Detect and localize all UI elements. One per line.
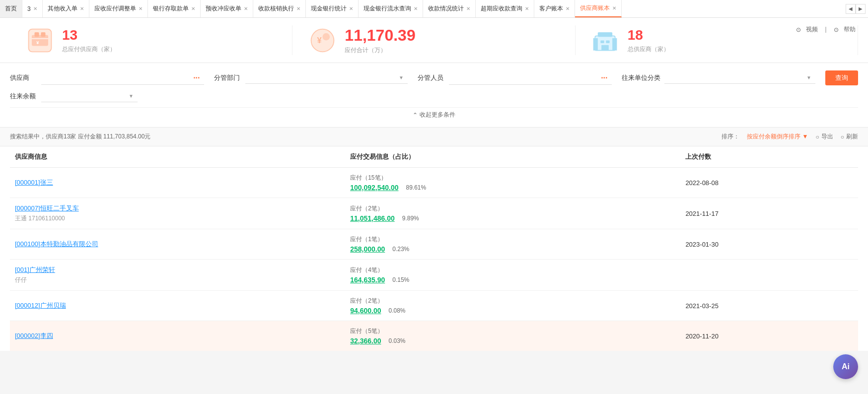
stat-payable-suppliers: ¥ 13 总应付供应商（家） bbox=[10, 25, 292, 55]
nav-item-3[interactable]: 3 ✕ bbox=[22, 0, 43, 17]
close-icon[interactable]: ✕ bbox=[244, 6, 248, 11]
nav-item-home[interactable]: 首页 bbox=[0, 0, 22, 17]
nav-label-collection-verify: 收款核销执行 bbox=[258, 4, 294, 13]
supplier-label: 供应商 bbox=[10, 73, 37, 82]
close-icon[interactable]: ✕ bbox=[612, 5, 616, 11]
stats-header: ¥ 13 总应付供应商（家） ¥ 11,170.39 应付合计（万） bbox=[0, 18, 868, 63]
sort-label: 排序： bbox=[722, 132, 739, 141]
transaction-cell-5: 应付（5笔） 32,366.00 0.03% bbox=[350, 327, 685, 345]
filter-category: 往来单位分类 ▼ bbox=[622, 72, 816, 84]
table-row: [000001]张三 应付（15笔） 100,092,540.00 89.61%… bbox=[10, 168, 858, 198]
close-icon[interactable]: ✕ bbox=[80, 6, 84, 11]
trans-amount-1[interactable]: 11,051,486.00 bbox=[350, 214, 395, 222]
nav-item-customer-ledger[interactable]: 客户账本 ✕ bbox=[534, 0, 575, 17]
trans-amount-4[interactable]: 94,600.00 bbox=[350, 307, 381, 315]
trans-amount-5[interactable]: 32,366.00 bbox=[350, 337, 381, 345]
nav-item-cash-flow-query[interactable]: 现金银行流水查询 ✕ bbox=[359, 0, 423, 17]
query-button[interactable]: 查询 bbox=[825, 70, 858, 85]
supplier-input[interactable] bbox=[45, 74, 193, 81]
results-bar: 搜索结果中，供应商13家 应付金额 111,703,854.00元 排序： 按应… bbox=[0, 128, 868, 146]
col-header-last-payment: 上次付数 bbox=[685, 152, 853, 161]
dept-select-wrapper[interactable]: ▼ bbox=[245, 72, 408, 84]
export-button[interactable]: ○ 导出 bbox=[816, 132, 833, 141]
svg-rect-11 bbox=[612, 38, 617, 50]
balance-select-wrapper[interactable]: ▼ bbox=[41, 90, 138, 102]
close-icon[interactable]: ✕ bbox=[525, 6, 529, 11]
svg-rect-12 bbox=[600, 40, 604, 43]
trans-amount-0[interactable]: 100,092,540.00 bbox=[350, 184, 398, 192]
category-select-wrapper[interactable]: ▼ bbox=[664, 72, 816, 84]
supplier-dots[interactable]: ··· bbox=[193, 73, 200, 82]
nav-item-prepay-offset[interactable]: 预收冲应收单 ✕ bbox=[201, 0, 253, 17]
main-content: ¥ 13 总应付供应商（家） ¥ 11,170.39 应付合计（万） bbox=[0, 18, 868, 394]
last-payment-0: 2022-08-08 bbox=[685, 179, 719, 187]
payable-total-icon: ¥ bbox=[307, 25, 337, 55]
nav-label-prepay-offset: 预收冲应收单 bbox=[206, 4, 241, 13]
supplier-name-3[interactable]: [001]广州荣轩 bbox=[15, 265, 350, 274]
close-icon[interactable]: ✕ bbox=[414, 6, 418, 11]
table-row: [000012]广州贝瑞 应付（2笔） 94,600.00 0.08% 2021… bbox=[10, 291, 858, 321]
collapse-btn[interactable]: ⌃ 收起更多条件 bbox=[10, 107, 858, 122]
last-payment-5: 2020-11-20 bbox=[685, 332, 719, 340]
nav-item-bank-deposit[interactable]: 银行存取款单 ✕ bbox=[148, 0, 201, 17]
export-label: 导出 bbox=[821, 132, 833, 141]
nav-item-collection-stats[interactable]: 收款情况统计 ✕ bbox=[423, 0, 476, 17]
person-dots[interactable]: ··· bbox=[601, 73, 607, 82]
trans-label-0: 应付（15笔） bbox=[350, 174, 685, 182]
ai-label: Ai bbox=[842, 362, 850, 371]
supplier-cell-2: [000100]本特勤油品有限公司 bbox=[15, 240, 350, 249]
last-payment-2: 2023-01-30 bbox=[685, 241, 719, 248]
trans-label-2: 应付（1笔） bbox=[350, 235, 685, 244]
close-icon[interactable]: ✕ bbox=[566, 6, 570, 11]
last-payment-cell-2: 2023-01-30 bbox=[685, 241, 853, 248]
balance-input[interactable] bbox=[45, 92, 129, 100]
supplier-name-2[interactable]: [000100]本特勤油品有限公司 bbox=[15, 240, 350, 249]
nav-item-collection-verify[interactable]: 收款核销执行 ✕ bbox=[253, 0, 306, 17]
supplier-input-wrapper: ··· bbox=[41, 71, 204, 85]
supplier-sub-1: 王通 17106110000 bbox=[15, 214, 350, 223]
nav-item-cash-bank-stats[interactable]: 现金银行统计 ✕ bbox=[306, 0, 359, 17]
filter-row-2: 往来余额 ▼ bbox=[10, 90, 858, 102]
close-icon[interactable]: ✕ bbox=[296, 6, 300, 11]
supplier-name-0[interactable]: [000001]张三 bbox=[15, 178, 350, 187]
nav-next-btn[interactable]: ▶ bbox=[856, 4, 866, 14]
close-icon[interactable]: ✕ bbox=[191, 6, 195, 11]
supplier-name-1[interactable]: [000007]恒旺二手叉车 bbox=[15, 204, 350, 213]
trans-row-3: 164,635.90 0.15% bbox=[350, 276, 685, 284]
trans-amount-2[interactable]: 258,000.00 bbox=[350, 245, 385, 253]
category-dropdown-arrow: ▼ bbox=[806, 75, 811, 80]
sort-value-text: 按应付余额倒序排序 bbox=[747, 133, 800, 140]
nav-item-ar-ap-adjust[interactable]: 应收应付调整单 ✕ bbox=[89, 0, 148, 17]
sort-value[interactable]: 按应付余额倒序排序 ▼ bbox=[747, 132, 808, 141]
ai-button[interactable]: Ai bbox=[833, 354, 858, 379]
help-link[interactable]: 帮助 bbox=[844, 25, 856, 34]
nav-prev-btn[interactable]: ◀ bbox=[846, 4, 856, 14]
dept-input[interactable] bbox=[249, 74, 399, 81]
supplier-cell-3: [001]广州荣轩 仔仔 bbox=[15, 265, 350, 284]
refresh-button[interactable]: ○ 刷新 bbox=[841, 132, 858, 141]
category-input[interactable] bbox=[668, 74, 807, 81]
total-suppliers-icon bbox=[590, 25, 620, 55]
last-payment-cell-0: 2022-08-08 bbox=[685, 179, 853, 187]
nav-item-other-income[interactable]: 其他收入单 ✕ bbox=[43, 0, 89, 17]
trans-percent-1: 9.89% bbox=[402, 215, 419, 222]
close-icon[interactable]: ✕ bbox=[349, 6, 353, 11]
svg-rect-13 bbox=[606, 40, 609, 43]
close-icon[interactable]: ✕ bbox=[33, 6, 37, 11]
trans-percent-0: 89.61% bbox=[406, 184, 427, 191]
results-summary: 搜索结果中，供应商13家 应付金额 111,703,854.00元 bbox=[10, 132, 150, 141]
supplier-name-4[interactable]: [000012]广州贝瑞 bbox=[15, 301, 350, 310]
close-icon[interactable]: ✕ bbox=[466, 6, 470, 11]
nav-item-overdue-query[interactable]: 超期应收款查询 ✕ bbox=[476, 0, 534, 17]
close-icon[interactable]: ✕ bbox=[139, 6, 143, 11]
collapse-up-icon: ⌃ bbox=[413, 112, 418, 119]
nav-label-bank-deposit: 银行存取款单 bbox=[153, 4, 189, 13]
trans-percent-4: 0.08% bbox=[388, 307, 405, 314]
stat-payable-label: 总应付供应商（家） bbox=[62, 45, 116, 54]
trans-amount-3[interactable]: 164,635.90 bbox=[350, 276, 385, 284]
nav-item-supplier-ledger[interactable]: 供应商账本 ✕ bbox=[575, 0, 622, 17]
person-input[interactable] bbox=[453, 74, 601, 81]
supplier-name-5[interactable]: [000002]李四 bbox=[15, 331, 350, 340]
video-link[interactable]: 视频 bbox=[806, 25, 818, 34]
balance-label: 往来余额 bbox=[10, 92, 37, 101]
